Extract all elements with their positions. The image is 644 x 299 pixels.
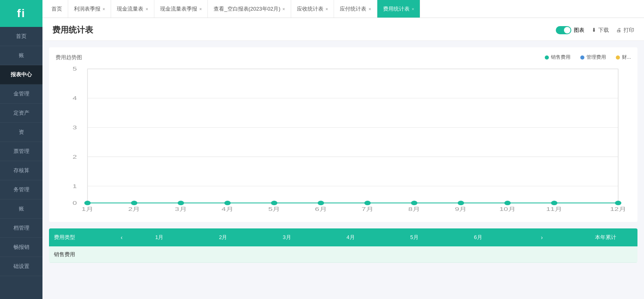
tab-blank-report-close[interactable]: × xyxy=(283,7,285,11)
sidebar-item-expense[interactable]: 畅报销 xyxy=(0,238,42,257)
th-next-arrow[interactable]: › xyxy=(541,234,543,241)
sidebar-item-settings[interactable]: 础设置 xyxy=(0,257,42,276)
chart-container: 5 4 3 2 1 0 xyxy=(56,64,631,215)
tab-cashflow-quarter[interactable]: 现金流量表季报 × xyxy=(154,0,208,18)
svg-text:11月: 11月 xyxy=(546,206,562,212)
td-type-sales: 销售费用 xyxy=(49,251,126,258)
tab-profit-close[interactable]: × xyxy=(103,7,105,11)
svg-point-22 xyxy=(504,201,511,205)
table-section: 费用类型 ‹ 1月 2月 3月 4月 5月 xyxy=(49,228,637,263)
tab-home-label: 首页 xyxy=(51,5,62,13)
sidebar-item-account[interactable]: 账 xyxy=(0,46,42,65)
sidebar-item-cash[interactable]: 金管理 xyxy=(0,84,42,104)
sidebar-item-inventory[interactable]: 存核算 xyxy=(0,161,42,180)
tab-expense-stats-close[interactable]: × xyxy=(412,7,414,11)
svg-text:1: 1 xyxy=(73,183,77,189)
tab-receivable[interactable]: 应收统计表 × xyxy=(291,0,334,18)
svg-point-14 xyxy=(131,201,138,205)
legend-finance-label: 财... xyxy=(622,54,631,61)
tab-expense-stats[interactable]: 费用统计表 × xyxy=(377,0,420,18)
legend-admin: 管理费用 xyxy=(580,54,606,61)
tab-cashflow-close[interactable]: × xyxy=(145,7,148,11)
legend-sales-label: 销售费用 xyxy=(551,54,570,61)
logo: fi xyxy=(0,0,42,27)
svg-point-15 xyxy=(178,201,184,205)
svg-point-20 xyxy=(411,201,417,205)
svg-rect-12 xyxy=(87,69,618,203)
sidebar-item-assets[interactable]: 定资产 xyxy=(0,104,42,123)
tab-blank-report[interactable]: 查看_空白报表(2023年02月) × xyxy=(208,0,291,18)
chart-title: 费用趋势图 xyxy=(56,54,82,61)
svg-text:10月: 10月 xyxy=(499,206,515,212)
chart-toggle-label: 图表 xyxy=(574,27,584,34)
svg-text:9月: 9月 xyxy=(455,206,467,212)
tab-expense-stats-label: 费用统计表 xyxy=(383,5,410,13)
chart-svg: 5 4 3 2 1 0 xyxy=(56,64,631,215)
th-prev-arrow[interactable]: ‹ xyxy=(120,234,123,241)
th-m6-label: 6月 xyxy=(474,234,482,241)
svg-point-17 xyxy=(271,201,278,205)
sidebar-item-capital[interactable]: 资 xyxy=(0,123,42,142)
svg-text:2月: 2月 xyxy=(128,206,140,212)
svg-text:12月: 12月 xyxy=(610,206,626,212)
sidebar-item-service[interactable]: 务管理 xyxy=(0,180,42,199)
tab-profit-label: 利润表季报 xyxy=(74,5,100,13)
chart-section: 费用趋势图 销售费用 管理费用 财... xyxy=(49,47,637,222)
th-type-label: 费用类型 xyxy=(54,234,75,241)
svg-point-21 xyxy=(458,201,464,205)
svg-point-24 xyxy=(615,201,622,205)
svg-text:8月: 8月 xyxy=(408,206,420,212)
th-ytd-label: 本年累计 xyxy=(595,234,616,241)
tab-blank-report-label: 查看_空白报表(2023年02月) xyxy=(214,5,280,13)
th-m4-label: 4月 xyxy=(346,234,354,241)
sidebar-item-home[interactable]: 首页 xyxy=(0,27,42,46)
print-label: 打印 xyxy=(624,27,634,34)
legend-admin-label: 管理费用 xyxy=(586,54,606,61)
th-m3-label: 3月 xyxy=(283,234,291,241)
legend-sales: 销售费用 xyxy=(545,54,570,61)
th-m4: 4月 xyxy=(319,234,382,241)
svg-point-13 xyxy=(84,201,91,205)
svg-text:4月: 4月 xyxy=(222,206,234,212)
main-area: 首页 利润表季报 × 现金流量表 × 现金流量表季报 × 查看_空白报表(202… xyxy=(42,0,644,299)
download-icon: ⬇ xyxy=(592,27,596,33)
sidebar: fi 首页 账 报表中心 金管理 定资产 资 票管理 存核算 务管理 账 档管理… xyxy=(0,0,42,299)
chart-toggle-wrap: 图表 xyxy=(556,26,584,34)
svg-text:1月: 1月 xyxy=(82,206,94,212)
svg-text:7月: 7月 xyxy=(361,206,373,212)
header-actions: 图表 ⬇ 下载 🖨 打印 xyxy=(556,26,634,34)
svg-point-23 xyxy=(551,201,557,205)
th-type: 费用类型 ‹ xyxy=(49,234,127,241)
sidebar-item-ledger[interactable]: 账 xyxy=(0,199,42,219)
svg-text:5: 5 xyxy=(73,66,77,72)
svg-text:0: 0 xyxy=(73,200,77,206)
tab-cashflow-quarter-label: 现金流量表季报 xyxy=(160,5,197,13)
legend-sales-dot xyxy=(545,55,549,60)
download-button[interactable]: ⬇ 下载 xyxy=(592,27,609,34)
print-button[interactable]: 🖨 打印 xyxy=(616,27,634,34)
tab-receivable-close[interactable]: × xyxy=(325,7,328,11)
svg-point-19 xyxy=(364,201,371,205)
sidebar-item-reports[interactable]: 报表中心 xyxy=(0,65,42,84)
th-m3: 3月 xyxy=(255,234,319,241)
print-icon: 🖨 xyxy=(616,27,622,33)
tab-payable[interactable]: 应付统计表 × xyxy=(334,0,377,18)
svg-point-18 xyxy=(318,201,324,205)
svg-text:5月: 5月 xyxy=(268,206,280,212)
tab-cashflow[interactable]: 现金流量表 × xyxy=(111,0,154,18)
svg-text:6月: 6月 xyxy=(315,206,327,212)
tab-payable-close[interactable]: × xyxy=(368,7,371,11)
th-m1: 1月 xyxy=(127,234,191,241)
th-m2: 2月 xyxy=(191,234,255,241)
sidebar-item-archive[interactable]: 档管理 xyxy=(0,219,42,238)
th-m1-label: 1月 xyxy=(155,234,163,241)
tab-home[interactable]: 首页 xyxy=(46,0,68,18)
tab-cashflow-quarter-close[interactable]: × xyxy=(199,7,202,11)
tab-cashflow-label: 现金流量表 xyxy=(117,5,143,13)
sidebar-item-bills[interactable]: 票管理 xyxy=(0,142,42,161)
th-next-arrow-cell: › xyxy=(510,234,574,241)
chart-toggle[interactable] xyxy=(556,26,571,34)
svg-point-16 xyxy=(224,201,231,205)
legend-finance-dot xyxy=(616,55,620,60)
tab-profit[interactable]: 利润表季报 × xyxy=(68,0,111,18)
